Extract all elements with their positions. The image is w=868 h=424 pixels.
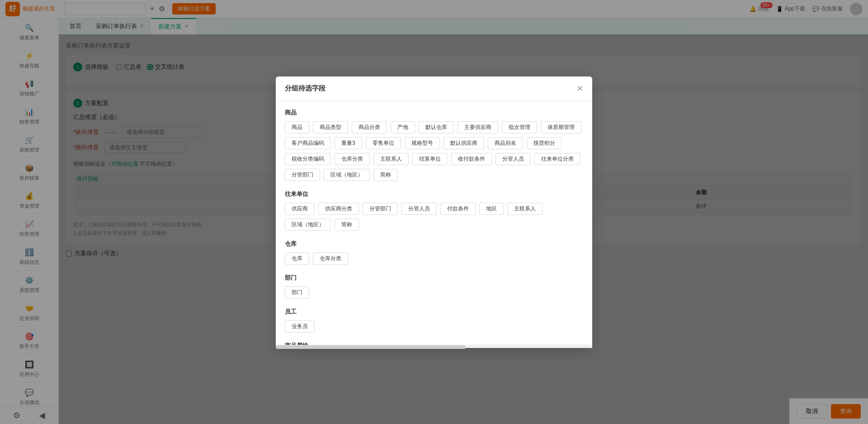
field-tag-1-4[interactable]: 付款条件 <box>440 203 476 215</box>
field-tag-0-19[interactable]: 收付款条件 <box>451 153 492 165</box>
field-tag-0-4[interactable]: 默认仓库 <box>419 121 454 133</box>
field-tag-0-15[interactable]: 税收分类编码 <box>285 153 331 165</box>
field-tag-3-0[interactable]: 部门 <box>285 286 309 299</box>
modal-section-2: 仓库仓库仓库分类 <box>285 240 583 265</box>
field-tag-1-2[interactable]: 分管部门 <box>363 203 398 215</box>
modal-header: 分组待选字段 ✕ <box>276 76 592 101</box>
scrollbar-thumb <box>276 345 466 349</box>
section-title-1: 往来单位 <box>285 190 583 198</box>
field-tag-0-8[interactable]: 客户商品编码 <box>285 137 331 149</box>
field-tag-0-3[interactable]: 产地 <box>391 121 415 133</box>
field-tag-0-16[interactable]: 仓库分类 <box>335 153 370 165</box>
modal-horizontal-scrollbar[interactable] <box>276 345 592 348</box>
field-tag-0-13[interactable]: 商品别名 <box>488 137 523 149</box>
field-tag-2-1[interactable]: 仓库分类 <box>313 252 348 265</box>
field-tag-0-10[interactable]: 零售单位 <box>366 137 401 149</box>
field-tag-0-20[interactable]: 分管人员 <box>495 153 531 165</box>
modal-section-3: 部门部门 <box>285 274 583 299</box>
section-title-3: 部门 <box>285 274 583 282</box>
modal-overlay: 分组待选字段 ✕ 商品商品商品类型商品分类产地默认仓库主要供应商批次管理保质期管… <box>0 0 868 424</box>
field-tags-4: 业务员 <box>285 320 583 333</box>
modal-title: 分组待选字段 <box>285 84 326 93</box>
field-tag-0-22[interactable]: 分管部门 <box>285 169 320 181</box>
field-tag-0-1[interactable]: 商品类型 <box>313 121 348 133</box>
field-tag-4-0[interactable]: 业务员 <box>285 320 315 333</box>
modal-body[interactable]: 商品商品商品类型商品分类产地默认仓库主要供应商批次管理保质期管理客户商品编码重量… <box>276 101 592 345</box>
field-tag-1-7[interactable]: 区域（地区） <box>285 219 331 231</box>
section-title-2: 仓库 <box>285 240 583 248</box>
field-tags-2: 仓库仓库分类 <box>285 252 583 265</box>
section-title-5: 商品属性 <box>285 342 583 345</box>
field-tag-0-14[interactable]: 拣货积分 <box>527 137 562 149</box>
field-tag-0-23[interactable]: 区域（地区） <box>324 169 370 181</box>
field-tag-0-12[interactable]: 默认供应商 <box>443 137 484 149</box>
field-tag-2-0[interactable]: 仓库 <box>285 252 309 265</box>
field-tag-1-1[interactable]: 供应商分类 <box>318 203 359 215</box>
section-title-0: 商品 <box>285 109 583 117</box>
modal-close-button[interactable]: ✕ <box>576 84 583 94</box>
modal-section-4: 员工业务员 <box>285 308 583 333</box>
field-tag-0-18[interactable]: 结算单位 <box>412 153 448 165</box>
field-tags-1: 供应商供应商分类分管部门分管人员付款条件地区主联系人区域（地区）简称 <box>285 203 583 231</box>
field-tags-0: 商品商品类型商品分类产地默认仓库主要供应商批次管理保质期管理客户商品编码重量3零… <box>285 121 583 181</box>
field-tag-0-24[interactable]: 简称 <box>373 169 398 181</box>
field-tag-1-6[interactable]: 主联系人 <box>507 203 542 215</box>
field-tag-0-17[interactable]: 主联系人 <box>373 153 409 165</box>
field-tag-1-8[interactable]: 简称 <box>335 219 359 231</box>
field-select-modal: 分组待选字段 ✕ 商品商品商品类型商品分类产地默认仓库主要供应商批次管理保质期管… <box>276 76 592 348</box>
modal-section-1: 往来单位供应商供应商分类分管部门分管人员付款条件地区主联系人区域（地区）简称 <box>285 190 583 231</box>
field-tag-0-0[interactable]: 商品 <box>285 121 309 133</box>
field-tag-1-0[interactable]: 供应商 <box>285 203 315 215</box>
field-tag-0-11[interactable]: 规格型号 <box>405 137 440 149</box>
field-tag-0-21[interactable]: 往来单位分类 <box>534 153 580 165</box>
field-tag-0-9[interactable]: 重量3 <box>335 137 362 149</box>
modal-section-5: 商品属性属性颜色多规格尺码鞋码1 <box>285 342 583 345</box>
field-tag-1-3[interactable]: 分管人员 <box>401 203 437 215</box>
field-tag-0-5[interactable]: 主要供应商 <box>458 121 498 133</box>
section-title-4: 员工 <box>285 308 583 316</box>
field-tag-1-5[interactable]: 地区 <box>479 203 504 215</box>
field-tag-0-2[interactable]: 商品分类 <box>352 121 387 133</box>
field-tags-3: 部门 <box>285 286 583 299</box>
field-tag-0-7[interactable]: 保质期管理 <box>541 121 581 133</box>
field-tag-0-6[interactable]: 批次管理 <box>502 121 537 133</box>
modal-section-0: 商品商品商品类型商品分类产地默认仓库主要供应商批次管理保质期管理客户商品编码重量… <box>285 109 583 181</box>
